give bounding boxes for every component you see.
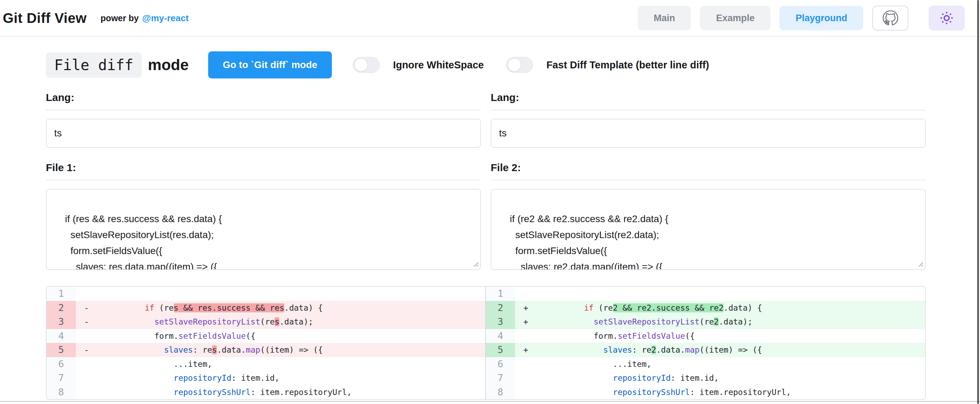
toggle-knob	[508, 58, 521, 71]
diff-marker: +	[515, 315, 536, 329]
fast-diff-control: Fast Diff Template (better line diff)	[506, 57, 709, 73]
code-line: repositoryId: item.id,	[97, 371, 485, 385]
diff-marker	[515, 287, 536, 301]
file2-textarea[interactable]: if (re2 && re2.success && re2.data) { se…	[491, 189, 926, 270]
code-line	[97, 287, 485, 301]
diff-row: 7 repositoryId: item.id,	[486, 371, 925, 385]
diff-row: 8 repositorySshUrl: item.repositoryUrl,	[46, 385, 485, 399]
code-line: setSlaveRepositoryList(re2.data);	[536, 315, 925, 329]
app-title: Git Diff View	[3, 10, 86, 26]
line-number: 8	[486, 385, 515, 399]
mode-controls-row: File diff mode Go to `Git diff` mode Ign…	[46, 51, 926, 78]
diff-row: 5+ slaves: re2.data.map((item) => ({	[486, 343, 925, 357]
code-line	[536, 287, 925, 301]
diff-marker	[515, 329, 536, 343]
diff-marker: +	[515, 343, 536, 357]
diff-row: 3+ setSlaveRepositoryList(re2.data);	[486, 315, 925, 329]
code-line: setSlaveRepositoryList(res.data);	[97, 315, 485, 329]
ignore-whitespace-label: Ignore WhiteSpace	[393, 59, 484, 71]
diff-marker	[515, 371, 536, 385]
diff-marker	[515, 357, 536, 371]
lang-label-right: Lang:	[491, 92, 926, 110]
diff-pane-new: 12+ if (re2 && re2.success && re2.data) …	[486, 287, 925, 399]
diff-row: 8 repositorySshUrl: item.repositoryUrl,	[486, 385, 925, 399]
fast-diff-toggle[interactable]	[506, 57, 533, 73]
file-input-columns: Lang: File 1: if (res && res.success && …	[46, 92, 926, 271]
file2-label: File 2:	[491, 162, 926, 181]
main-content: File diff mode Go to `Git diff` mode Ign…	[0, 51, 980, 400]
power-by-text: power by@my-react	[100, 13, 189, 24]
code-line: ...item,	[97, 357, 485, 371]
diff-marker	[515, 385, 536, 399]
vertical-scrollbar[interactable]	[977, 0, 979, 404]
code-line: if (res && res.success && res.data) {	[97, 301, 485, 315]
diff-row: 2- if (res && res.success && res.data) {	[46, 301, 485, 315]
diff-row: 6 ...item,	[46, 357, 485, 371]
diff-row: 2+ if (re2 && re2.success && re2.data) {	[486, 301, 925, 315]
line-number: 3	[486, 315, 515, 329]
diff-row: 5- slaves: res.data.map((item) => ({	[46, 343, 485, 357]
diff-row: 3- setSlaveRepositoryList(res.data);	[46, 315, 485, 329]
line-number: 7	[46, 371, 76, 385]
diff-marker	[76, 371, 97, 385]
code-line: ...item,	[536, 357, 925, 371]
diff-marker	[76, 287, 97, 301]
line-number: 2	[486, 301, 515, 315]
github-button[interactable]	[872, 6, 908, 30]
resize-handle-icon[interactable]	[471, 260, 479, 269]
diff-marker	[76, 329, 97, 343]
line-number: 4	[46, 329, 76, 343]
sun-icon	[938, 10, 955, 26]
toggle-group: Ignore WhiteSpace Fast Diff Template (be…	[353, 57, 709, 73]
diff-row: 4 form.setFieldsValue({	[46, 329, 485, 343]
power-by-label: power by	[100, 13, 138, 23]
diff-row: 6 ...item,	[486, 357, 925, 371]
my-react-link[interactable]: @my-react	[142, 13, 189, 23]
line-number: 4	[486, 329, 515, 343]
file2-column: Lang: File 2: if (re2 && re2.success && …	[491, 92, 926, 271]
ignore-whitespace-toggle[interactable]	[353, 57, 380, 73]
file1-textarea[interactable]: if (res && res.success && res.data) { se…	[46, 189, 481, 270]
diff-marker: -	[76, 315, 97, 329]
diff-row: 7 repositoryId: item.id,	[46, 371, 485, 385]
page-title: File diff mode	[46, 52, 189, 78]
lang-label-left: Lang:	[46, 92, 481, 110]
page: { "header": { "title": "Git Diff View", …	[0, 0, 980, 404]
line-number: 2	[46, 301, 76, 315]
file1-label: File 1:	[46, 162, 481, 181]
app-header: Git Diff View power by@my-react Main Exa…	[0, 0, 980, 37]
diff-marker	[76, 385, 97, 399]
fast-diff-label: Fast Diff Template (better line diff)	[546, 59, 709, 71]
ignore-whitespace-control: Ignore WhiteSpace	[353, 57, 484, 73]
theme-toggle-button[interactable]	[929, 6, 965, 30]
lang-input-left[interactable]	[46, 119, 481, 148]
file1-column: Lang: File 1: if (res && res.success && …	[46, 92, 481, 271]
line-number: 8	[46, 385, 76, 399]
footer-divider	[0, 401, 980, 402]
mode-suffix-text: mode	[148, 56, 189, 74]
diff-marker: -	[76, 301, 97, 315]
diff-marker	[76, 357, 97, 371]
line-number: 7	[486, 371, 515, 385]
line-number: 5	[46, 343, 76, 357]
diff-view: 12- if (res && res.success && res.data) …	[46, 286, 926, 400]
code-line: repositorySshUrl: item.repositoryUrl,	[97, 385, 485, 399]
header-nav: Main Example Playground	[638, 6, 965, 30]
nav-main-button[interactable]: Main	[638, 6, 691, 30]
line-number: 3	[46, 315, 76, 329]
code-line: slaves: re2.data.map((item) => ({	[536, 343, 925, 357]
lang-input-right[interactable]	[491, 119, 926, 148]
code-line: slaves: res.data.map((item) => ({	[97, 343, 485, 357]
code-line: form.setFieldsValue({	[536, 329, 925, 343]
file2-textarea-wrap: if (re2 && re2.success && re2.data) { se…	[491, 189, 926, 271]
goto-git-diff-mode-button[interactable]: Go to `Git diff` mode	[208, 51, 332, 78]
line-number: 1	[46, 287, 76, 301]
diff-marker: +	[515, 301, 536, 315]
line-number: 6	[46, 357, 76, 371]
nav-example-button[interactable]: Example	[700, 6, 770, 30]
line-number: 5	[486, 343, 515, 357]
nav-playground-button[interactable]: Playground	[780, 6, 863, 30]
diff-row: 1	[46, 287, 485, 301]
resize-handle-icon[interactable]	[916, 260, 924, 269]
diff-row: 4 form.setFieldsValue({	[486, 329, 925, 343]
